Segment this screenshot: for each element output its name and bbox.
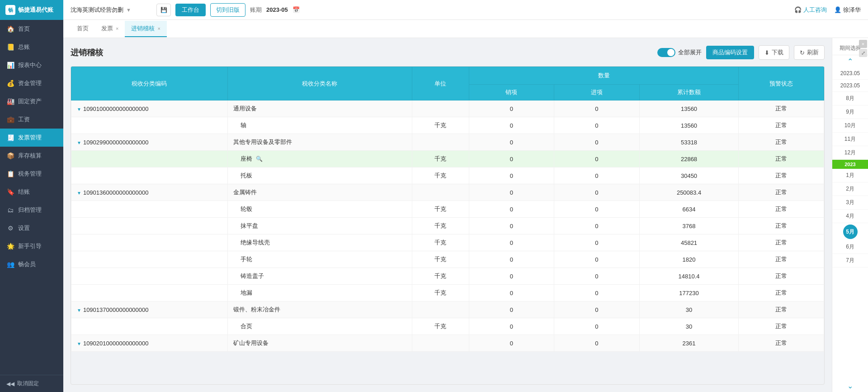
sidebar-item-settlement[interactable]: 🔖 结账: [0, 183, 63, 201]
sidebar-item-funds[interactable]: 💰 资金管理: [0, 74, 63, 92]
collapse-icon[interactable]: ▼: [77, 191, 81, 196]
refresh-button[interactable]: ↻ 刷新: [794, 45, 825, 60]
table-header-row-1: 税收分类编码 税收分类名称 单位 数量 预警状态: [71, 67, 824, 85]
service-button[interactable]: 🎧 人工咨询: [794, 6, 827, 14]
calendar-icon[interactable]: 📅: [292, 6, 300, 13]
period-item[interactable]: 5月: [843, 225, 858, 239]
period-item[interactable]: 12月: [832, 146, 868, 160]
sidebar-item-assets[interactable]: 🏭 固定资产: [0, 92, 63, 110]
cell-total: 3768: [639, 218, 739, 234]
switch-track[interactable]: [657, 48, 675, 57]
cell-unit: 千克: [412, 285, 469, 301]
cell-status: 正常: [739, 285, 824, 301]
period-item[interactable]: 11月: [832, 133, 868, 146]
settings-icon: ⚙: [6, 225, 14, 232]
product-code-button[interactable]: 商品编码设置: [706, 46, 754, 59]
headset-icon: 🎧: [794, 6, 802, 13]
inventory-icon: 📦: [6, 152, 14, 159]
pin-icon: ◀◀: [6, 381, 14, 387]
cell-status: 正常: [739, 201, 824, 218]
sidebar-item-tax[interactable]: 📋 税务管理: [0, 165, 63, 183]
cell-name: 铸造盖子: [227, 268, 412, 285]
cell-status: 正常: [739, 100, 824, 117]
sidebar-item-home[interactable]: 🏠 首页: [0, 20, 63, 38]
period-label: 账期: [250, 6, 262, 14]
sidebar-item-label: 税务管理: [18, 170, 42, 178]
cell-purchase: 0: [554, 285, 639, 301]
switch-version-label: 切到旧版: [216, 6, 240, 13]
collapse-icon[interactable]: ▼: [77, 140, 81, 145]
search-icon[interactable]: 🔍: [256, 156, 263, 162]
tab-invoices-close[interactable]: ×: [116, 26, 118, 31]
sidebar-item-invoices[interactable]: 🧾 发票管理: [0, 129, 63, 147]
sidebar-item-payroll[interactable]: 💼 工资: [0, 110, 63, 129]
tab-reconcile[interactable]: 进销稽核 ×: [125, 21, 166, 37]
period-item[interactable]: 10月: [832, 119, 868, 133]
switch-version-button[interactable]: 切到旧版: [210, 3, 245, 17]
table-row: 轮毂 千克 0 0 6634 正常: [71, 201, 824, 218]
period-item[interactable]: 2023.05: [832, 67, 868, 80]
period-item[interactable]: 3月: [832, 196, 868, 210]
sidebar-item-ledger[interactable]: 📒 总账: [0, 38, 63, 56]
period-item[interactable]: 7月: [832, 254, 868, 268]
cell-status: 正常: [739, 335, 824, 352]
sidebar-pin-toggle[interactable]: ◀◀ 取消固定: [0, 375, 63, 392]
user-menu[interactable]: 👤 徐泽华: [834, 6, 861, 14]
collapse-icon[interactable]: ▼: [77, 107, 81, 112]
period-item[interactable]: 2023.05: [832, 80, 868, 92]
cell-sales: 0: [469, 318, 554, 335]
period-item[interactable]: 2月: [832, 182, 868, 196]
workbench-label: 工作台: [182, 6, 199, 13]
close-panel-button[interactable]: ×: [859, 40, 867, 48]
company-selector[interactable]: 沈海英测试经营勿删 ▼: [71, 6, 152, 14]
sidebar-item-archive[interactable]: 🗂 归档管理: [0, 201, 63, 219]
sidebar-item-guide[interactable]: 🌟 新手引导: [0, 237, 63, 255]
sidebar-item-label: 结账: [18, 188, 30, 196]
cell-name: 轴: [227, 117, 412, 134]
assets-icon: 🏭: [6, 98, 14, 105]
period-item[interactable]: 6月: [832, 240, 868, 254]
cell-purchase: 0: [554, 234, 639, 251]
cell-unit: [412, 134, 469, 151]
period-value: 2023-05: [266, 6, 288, 13]
cell-code: ▼10901370000000000000: [71, 301, 228, 318]
reconcile-table: 税收分类编码 税收分类名称 单位 数量 预警状态 销项 进项 累计数额: [71, 67, 824, 352]
period-item[interactable]: 8月: [832, 92, 868, 105]
sidebar-item-member[interactable]: 👥 畅会员: [0, 255, 63, 273]
period-item[interactable]: 2023: [832, 160, 868, 169]
panel-nav-up[interactable]: ⌃: [845, 55, 855, 67]
cell-code: [71, 117, 228, 134]
th-warning: 预警状态: [739, 67, 824, 100]
period-item[interactable]: 1月: [832, 169, 868, 182]
tab-invoices[interactable]: 发票 ×: [95, 21, 125, 37]
cell-purchase: 0: [554, 251, 639, 268]
sidebar-item-reports[interactable]: 📊 报表中心: [0, 56, 63, 74]
sidebar-item-label: 发票管理: [18, 134, 42, 142]
workbench-button[interactable]: 工作台: [175, 4, 206, 16]
guide-icon: 🌟: [6, 243, 14, 250]
content-area: 进销稽核 全部展开 商品编码设置 ⬇ 下载: [63, 38, 832, 392]
sidebar-item-inventory[interactable]: 📦 库存核算: [0, 147, 63, 165]
tab-home[interactable]: 首页: [71, 21, 95, 37]
period-item[interactable]: 4月: [832, 210, 868, 223]
collapse-icon[interactable]: ▼: [77, 308, 81, 313]
invoices-icon: 🧾: [6, 134, 14, 141]
cell-code: [71, 167, 228, 184]
sidebar-item-settings[interactable]: ⚙ 设置: [0, 219, 63, 237]
settlement-icon: 🔖: [6, 188, 14, 196]
tabs-bar: 首页 发票 × 进销稽核 ×: [63, 20, 868, 38]
download-button[interactable]: ⬇ 下载: [759, 45, 789, 60]
save-draft-button[interactable]: 💾: [156, 4, 171, 16]
cell-code: [71, 251, 228, 268]
th-quantity-group: 数量: [469, 67, 739, 85]
expand-all-toggle[interactable]: 全部展开: [657, 48, 702, 57]
period-item[interactable]: 9月: [832, 105, 868, 119]
collapse-icon[interactable]: ▼: [77, 341, 81, 346]
expand-panel-button[interactable]: ⤢: [859, 49, 867, 57]
cell-total: 177230: [639, 285, 739, 301]
panel-nav-down[interactable]: ⌄: [845, 380, 855, 392]
tab-reconcile-close[interactable]: ×: [157, 26, 160, 31]
cell-name: 抹平盘: [227, 218, 412, 234]
table-row: ▼10901000000000000000 通用设备 0 0 13560 正常: [71, 100, 824, 117]
cell-purchase: 0: [554, 301, 639, 318]
